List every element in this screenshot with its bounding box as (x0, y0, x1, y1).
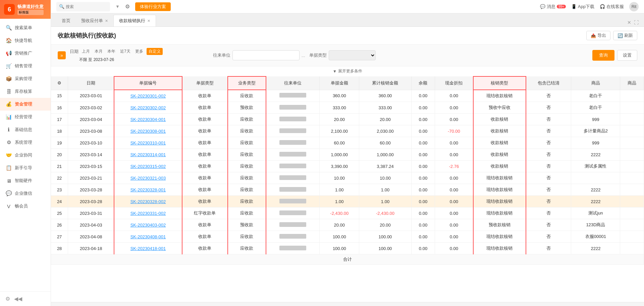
tab-prepay[interactable]: 预收应付单 ✕ (76, 15, 113, 26)
sno-link[interactable]: SK-20230328-002 (130, 199, 166, 204)
sno-link[interactable]: SK-20230331-002 (130, 211, 166, 216)
sidebar-item-wechat[interactable]: 💬企业微信 (0, 187, 51, 200)
cell-include-settled: 否 (526, 102, 571, 114)
table-row[interactable]: 24 2023-03-28 SK-20230328-002 收款单 应收款 1.… (51, 196, 644, 207)
cell-date: 2023-03-04 (68, 114, 114, 125)
gear-icon[interactable]: ⚙ (125, 3, 130, 10)
filter-settings-button[interactable]: 设置 (617, 50, 637, 61)
user-avatar[interactable]: Rit (629, 2, 639, 11)
table-row[interactable]: 16 2023-03-02 SK-20230302-002 收款单 预收款 33… (51, 102, 644, 114)
cell-cancel-type: 收款核销 (473, 161, 526, 172)
last-7-days-link[interactable]: 近7天 (119, 48, 132, 55)
this-month-link[interactable]: 本月 (93, 48, 104, 55)
sidebar-vip-icon: V (5, 203, 12, 209)
table-row[interactable]: 26 2023-04-03 SK-20230403-002 收款单 预收款 20… (51, 219, 644, 231)
sno-link[interactable]: SK-20230403-002 (130, 223, 166, 228)
table-settings-icon[interactable]: ⚙ (57, 80, 61, 85)
cell-amount: 60.00 (320, 137, 359, 149)
app-download-action[interactable]: 📱 App下载 (571, 4, 594, 10)
message-icon: 💬 (540, 4, 545, 9)
sidebar-item-finance[interactable]: 💰资金管理 (0, 98, 51, 111)
topbar-search-box[interactable]: 🔍 (56, 2, 110, 11)
table-row[interactable]: 20 2023-03-14 SK-20230314-001 收款单 应收款 1,… (51, 149, 644, 161)
export-button[interactable]: 📤 导出 (586, 31, 610, 40)
cell-amount: 333.00 (320, 102, 359, 114)
refresh-button[interactable]: 🔄 刷新 (613, 31, 637, 40)
settings-icon[interactable]: ⚙ (5, 296, 10, 302)
sidebar-item-enterprise[interactable]: 🤝企业协同 (0, 149, 51, 162)
sno-link[interactable]: SK-20230301-002 (130, 94, 166, 99)
industry-solution-button[interactable]: 体验行业方案 (135, 2, 171, 11)
sno-link[interactable]: SK-20230408-001 (130, 234, 166, 239)
sno-link[interactable]: SK-20230321-003 (130, 176, 166, 181)
this-year-link[interactable]: 本年 (106, 48, 117, 55)
sidebar-item-vip[interactable]: V畅会员 (0, 200, 51, 212)
sno-link[interactable]: SK-20230304-001 (130, 117, 166, 122)
sidebar-system-icon: ⚙ (5, 139, 12, 145)
sno-link[interactable]: SK-20230310-001 (130, 140, 166, 145)
sidebar-item-system[interactable]: ⚙系统管理 (0, 136, 51, 149)
sno-link[interactable]: SK-20230315-002 (130, 164, 166, 169)
query-button[interactable]: 查询 (592, 50, 614, 61)
online-service-action[interactable]: 🎧 在线客服 (600, 4, 624, 10)
tab-collection-close[interactable]: ✕ (147, 19, 150, 23)
cell-discount: 0.00 (435, 243, 473, 254)
tab-close-all-icon[interactable]: ✕ (627, 20, 631, 25)
search-input[interactable] (66, 4, 107, 9)
receipt-type-select[interactable] (329, 50, 376, 60)
cell-sno: SK-20230308-001 (114, 125, 182, 137)
cell-sno: SK-20230408-001 (114, 231, 182, 243)
table-row[interactable]: 21 2023-03-15 SK-20230315-002 收款单 应收款 3,… (51, 161, 644, 172)
tab-collection[interactable]: 收款核销执行 ✕ (113, 15, 156, 26)
cell-cumulative: 1,000.00 (359, 149, 412, 161)
tab-expand-icon[interactable]: ⛶ (634, 20, 639, 25)
table-row[interactable]: 28 2023-04-18 SK-20230418-001 收款单 应收款 10… (51, 243, 644, 254)
tab-prepay-close[interactable]: ✕ (105, 19, 108, 23)
table-row[interactable]: 23 2023-03-28 SK-20230328-001 收款单 应收款 1.… (51, 184, 644, 196)
sidebar-item-label: 企业微信 (15, 190, 32, 196)
sidebar-item-inventory[interactable]: 🗄库存核算 (0, 85, 51, 98)
table-row[interactable]: 25 2023-03-31 SK-20230331-002 红字收款单 应收款 … (51, 207, 644, 219)
tab-home[interactable]: 首页 (56, 15, 76, 26)
sidebar-item-basic[interactable]: ℹ基础信息 (0, 123, 51, 136)
cell-amount: 1,000.00 (320, 149, 359, 161)
cell-bus-type: 应收款 (228, 207, 266, 219)
table-row[interactable]: 18 2023-03-08 SK-20230308-001 收款单 应收款 2,… (51, 125, 644, 137)
sidebar-item-quicknav[interactable]: 🏠快捷导航 (0, 34, 51, 47)
expand-more-conditions[interactable]: ▼ 展开更多条件 (51, 66, 644, 76)
sidebar-item-operations[interactable]: 📊经营管理 (0, 111, 51, 123)
cell-no: 20 (51, 149, 68, 161)
collapse-icon[interactable]: ◀◀ (14, 296, 22, 302)
table-row[interactable]: 27 2023-04-08 SK-20230408-001 收款单 应收款 10… (51, 231, 644, 243)
filter-collapse-button[interactable]: » (58, 51, 66, 59)
more-date-link[interactable]: 更多 (134, 48, 145, 55)
sno-link[interactable]: SK-20230418-001 (130, 246, 166, 251)
table-row[interactable]: 19 2023-03-10 SK-20230310-001 收款单 应收款 60… (51, 137, 644, 149)
sno-link[interactable]: SK-20230302-002 (130, 105, 166, 110)
sidebar-item-search[interactable]: 🔍搜索菜单 (0, 21, 51, 34)
table-row[interactable]: 15 2023-03-01 SK-20230301-002 收款单 应收款 36… (51, 90, 644, 102)
sidebar-item-marketing[interactable]: 📢营销推广 (0, 47, 51, 60)
sidebar-item-label: 搜索菜单 (15, 25, 32, 31)
counterpart-filter-input[interactable] (232, 50, 300, 60)
dropdown-arrow-icon[interactable]: ▼ (115, 4, 120, 9)
horizontal-scrollbar[interactable] (51, 302, 644, 306)
messages-action[interactable]: 💬 消息 99+ (540, 4, 566, 10)
col-header-settings[interactable]: ⚙ (51, 76, 68, 90)
cell-counterpart (266, 243, 320, 254)
sno-link[interactable]: SK-20230314-001 (130, 152, 166, 157)
cell-include-settled: 否 (526, 125, 571, 137)
table-row[interactable]: 22 2023-03-21 SK-20230321-003 收款单 应收款 10… (51, 172, 644, 184)
cell-type: 收款单 (182, 231, 228, 243)
sidebar-item-purchase[interactable]: 📦采购管理 (0, 72, 51, 85)
sidebar-item-guide[interactable]: 📋新手引导 (0, 162, 51, 174)
sidebar-item-hardware[interactable]: 🖥智能硬件 (0, 174, 51, 187)
sidebar-item-sales[interactable]: 🛒销售管理 (0, 60, 51, 72)
sno-link[interactable]: SK-20230308-001 (130, 129, 166, 134)
sno-link[interactable]: SK-20230328-001 (130, 187, 166, 192)
table-row[interactable]: 17 2023-03-04 SK-20230304-001 收款单 应收款 20… (51, 114, 644, 125)
cell-balance: 0.00 (411, 207, 435, 219)
last-month-link[interactable]: 上月 (80, 48, 91, 55)
custom-date-button[interactable]: 自定义 (147, 48, 163, 55)
page-title: 收款核销执行(按收款) (58, 32, 116, 40)
